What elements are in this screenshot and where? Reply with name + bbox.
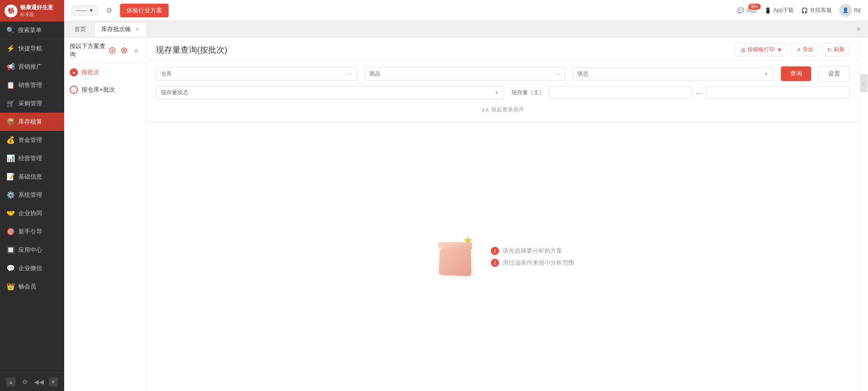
nav-icon-marketing: 📢	[6, 63, 15, 71]
tab-batch-label: 库存批次账	[101, 25, 131, 33]
empty-illustration	[431, 234, 477, 280]
sidebar-item-purchase[interactable]: 🛒 采购管理	[0, 94, 64, 113]
sidebar-item-member[interactable]: 👑 畅会员	[0, 277, 64, 296]
right-content: 现存量查询(按批次) 🖨 按模板打印 ▼ ↗ 导出 ↻ 刷新	[147, 38, 859, 391]
topbar-gear-icon[interactable]: ⚙	[103, 4, 115, 17]
sidebar-item-marketing[interactable]: 📢 营销推广	[0, 58, 64, 76]
scheme-item-batch[interactable]: ● 按批次	[64, 64, 146, 81]
box-body	[439, 247, 472, 276]
filter-settings-button[interactable]: 设置	[819, 66, 850, 81]
stock-main-to-input[interactable]	[711, 90, 845, 96]
nav-icon-finance: 💰	[6, 136, 15, 144]
hint-item-2: 2 用过滤条件来缩小分析范围	[491, 259, 574, 267]
stock-status-filter[interactable]: 现存量状态 ▼	[156, 86, 504, 99]
workspace-dropdown[interactable]: —— ▼	[71, 5, 98, 16]
app-download-item[interactable]: 📱 App下载	[764, 6, 794, 14]
warehouse-input[interactable]	[172, 71, 346, 77]
messages-icon-item[interactable]: 💬 消息 99+	[737, 6, 757, 14]
tab-panel-close-button[interactable]: ×	[853, 25, 864, 33]
export-button[interactable]: ↗ 导出	[791, 43, 819, 56]
nav-icon-basic: 📝	[6, 173, 15, 181]
user-profile-item[interactable]: 👤 Rit	[839, 4, 861, 17]
hint-number-2: 2	[491, 259, 499, 267]
goods-input[interactable]	[380, 71, 554, 77]
scroll-up-button[interactable]: ▲	[6, 377, 16, 386]
left-panel-header: 按以下方案查询 «	[64, 38, 146, 64]
stock-main-label: 现存量（主）	[511, 89, 544, 97]
empty-hints: 1 请先选择要分析的方案 2 用过滤条件来缩小分析范围	[491, 247, 574, 267]
sidebar-item-apps[interactable]: 🔲 应用中心	[0, 241, 64, 259]
nav-icon-member: 👑	[6, 282, 15, 291]
add-scheme-icon[interactable]	[108, 46, 117, 55]
tab-close-icon[interactable]: ×	[134, 26, 140, 33]
scheme-radio-active: ●	[70, 68, 78, 76]
nav-icon-quick: ⚡	[6, 44, 15, 53]
nav-label-guide: 新手引导	[18, 228, 42, 236]
scroll-down-button[interactable]: ▼	[49, 377, 58, 386]
status-filter[interactable]: 状态 ▼	[572, 67, 774, 81]
scheme-item-warehouse-batch[interactable]: ○ 按仓库+批次	[64, 81, 146, 98]
tab-home[interactable]: 首页	[68, 22, 93, 37]
refresh-button[interactable]: ↻ 刷新	[822, 43, 850, 56]
refresh-icon: ↻	[827, 47, 832, 53]
scheme-radio-inactive: ○	[70, 86, 78, 94]
trial-button[interactable]: 体验行业方案	[120, 4, 169, 17]
collapse-panel-icon[interactable]: «	[132, 46, 141, 55]
nav-label-quick: 快捷导航	[18, 44, 42, 53]
print-dropdown-icon: ▼	[777, 47, 782, 53]
hint-number-1: 1	[491, 247, 499, 255]
tab-batch-account[interactable]: 库存批次账 ×	[94, 22, 147, 37]
service-item[interactable]: 🎧 在线客服	[801, 6, 832, 14]
page-header: 现存量查询(按批次) 🖨 按模板打印 ▼ ↗ 导出 ↻ 刷新	[147, 38, 859, 60]
sidebar-item-finance[interactable]: 💰 资金管理	[0, 131, 64, 149]
company-name: 畅康通好生意	[20, 4, 53, 11]
settings-icon[interactable]: ⚙	[21, 377, 30, 386]
side-collapse-arrow[interactable]: ›	[860, 74, 868, 92]
left-panel: 按以下方案查询 «	[64, 38, 147, 391]
search-icon: 🔍	[6, 27, 14, 34]
sidebar-item-system[interactable]: ⚙️ 系统管理	[0, 186, 64, 204]
filter-row-2: 现存量状态 ▼ 现存量（主） —	[156, 86, 850, 99]
print-label: 按模板打印	[747, 46, 775, 54]
sidebar-item-wechat[interactable]: 💬 企业微信	[0, 259, 64, 277]
message-icon: 💬	[737, 7, 744, 14]
sidebar-item-quick-nav[interactable]: ⚡ 快捷导航	[0, 39, 64, 58]
query-button[interactable]: 查询	[781, 66, 811, 81]
goods-more-icon[interactable]: ···	[554, 70, 560, 78]
export-label: 导出	[802, 46, 813, 54]
phone-icon: 📱	[764, 7, 771, 14]
print-button[interactable]: 🖨 按模板打印 ▼	[735, 43, 787, 56]
sidebar-search-label: 搜索菜单	[18, 26, 42, 34]
range-separator: —	[696, 89, 702, 97]
collapse-sidebar-icon[interactable]: ◀◀	[34, 377, 44, 386]
page-header-actions: 🖨 按模板打印 ▼ ↗ 导出 ↻ 刷新	[735, 43, 850, 56]
right-side-panel: ›	[859, 38, 868, 391]
sidebar-item-operations[interactable]: 📊 经营管理	[0, 149, 64, 168]
collapse-filter-button[interactable]: ∧∧ 收起更多条件	[156, 104, 850, 115]
sidebar-item-collab[interactable]: 🤝 企业协同	[0, 204, 64, 223]
collapse-label: 收起更多条件	[491, 106, 524, 114]
topbar-right: 💬 消息 99+ 📱 App下载 🎧 在线客服 👤 Rit	[737, 4, 861, 17]
nav-label-collab: 企业协同	[18, 209, 42, 217]
sidebar-item-inventory[interactable]: 📦 库存核算	[0, 113, 64, 131]
nav-label-member: 畅会员	[18, 282, 36, 291]
sidebar-item-guide[interactable]: 🎯 新手引导	[0, 223, 64, 241]
nav-label-sales: 销售管理	[18, 81, 42, 89]
sidebar-item-sales[interactable]: 📋 销售管理	[0, 76, 64, 94]
sidebar-search[interactable]: 🔍 搜索菜单	[0, 22, 64, 39]
warehouse-filter[interactable]: 仓库 ···	[156, 67, 357, 81]
avatar: 👤	[839, 4, 852, 17]
scheme-settings-icon[interactable]	[120, 46, 129, 55]
nav-icon-guide: 🎯	[6, 228, 15, 236]
chevron-down-icon: ▼	[88, 7, 94, 14]
warehouse-more-icon[interactable]: ···	[346, 70, 352, 78]
stock-status-label: 现存量状态	[161, 89, 188, 97]
refresh-label: 刷新	[834, 46, 845, 54]
stock-main-from-input[interactable]	[553, 90, 687, 96]
nav-label-system: 系统管理	[18, 191, 42, 199]
goods-filter[interactable]: 商品 ···	[364, 67, 566, 81]
app-logo: 畅	[5, 5, 17, 17]
filter-row-1: 仓库 ··· 商品 ··· 状态 ▼ 查询 设置	[156, 66, 850, 81]
nav-icon-purchase: 🛒	[6, 99, 15, 108]
sidebar-item-basic[interactable]: 📝 基础信息	[0, 168, 64, 186]
